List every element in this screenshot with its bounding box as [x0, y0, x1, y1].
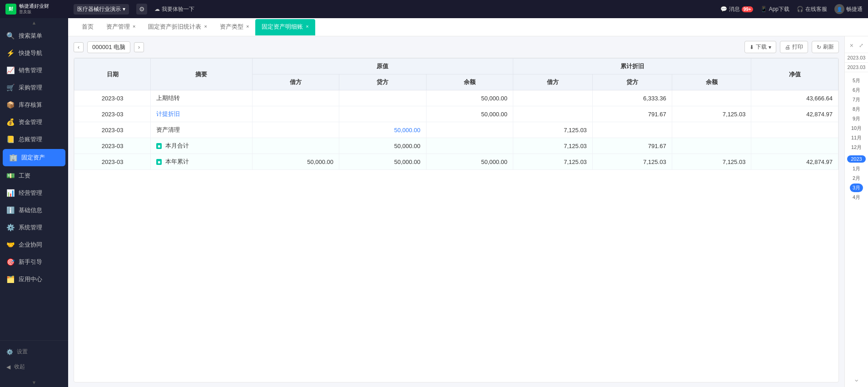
timeline-month-9[interactable]: 9月	[845, 114, 868, 124]
user-menu[interactable]: 👤 畅捷通	[834, 4, 863, 14]
refresh-button[interactable]: ↻ 刷新	[812, 41, 839, 53]
row3-ad-credit	[592, 122, 672, 138]
row2-ov-balance: 50,000.00	[426, 106, 513, 122]
headset-icon: 🎧	[797, 6, 804, 12]
sidebar-item-sales[interactable]: 📈 销售管理	[0, 62, 68, 79]
row5-date: 2023-03	[74, 154, 151, 170]
purchase-icon: 🛒	[6, 84, 15, 92]
sidebar-item-funds[interactable]: 💰 资金管理	[0, 114, 68, 131]
sidebar-scroll-down[interactable]: ▼	[0, 378, 68, 387]
timeline-expand-button[interactable]: ⤢	[857, 40, 865, 50]
header-right: 💬 消息 99+ 📱 App下载 🎧 在线客服 👤 畅捷通	[720, 4, 863, 14]
company-settings-icon[interactable]: ⚙	[136, 4, 147, 15]
main-content: ‹ 000001 电脑 › ⬇ 下载 ▾	[68, 36, 868, 387]
tab-bar: 首页 资产管理 × 固定资产折旧统计表 × 资产类型 × 固定资产明细账 ×	[68, 18, 868, 36]
experience-button[interactable]: ☁ 我要体验一下	[154, 5, 194, 13]
sidebar-item-guide[interactable]: 🎯 新手引导	[0, 253, 68, 271]
tab-close-asset-mgmt[interactable]: ×	[133, 24, 135, 29]
sidebar-item-ledger[interactable]: 📒 总账管理	[0, 131, 68, 148]
row4-ad-debit: 7,125.03	[513, 138, 593, 154]
row1-summary: 上期结转	[151, 90, 252, 106]
timeline-month-7[interactable]: 7月	[845, 95, 868, 104]
timeline-month-12[interactable]: 12月	[845, 143, 868, 152]
sidebar-item-basic-info[interactable]: ℹ️ 基础信息	[0, 202, 68, 219]
sidebar-item-inventory[interactable]: 📦 库存核算	[0, 96, 68, 114]
row2-net-value: 42,874.97	[751, 106, 838, 122]
tab-depreciation-stats[interactable]: 固定资产折旧统计表 ×	[142, 19, 213, 35]
enterprise-icon: 🤝	[6, 241, 15, 249]
tab-close-asset-detail[interactable]: ×	[306, 24, 308, 29]
row4-ov-balance	[426, 138, 513, 154]
timeline-month-1[interactable]: 1月	[845, 164, 868, 174]
row1-ov-credit	[339, 90, 427, 106]
sidebar-scroll-up[interactable]: ▲	[0, 18, 68, 27]
sidebar-item-search[interactable]: 🔍 搜索菜单	[0, 27, 68, 45]
print-icon: 🖨	[785, 44, 790, 50]
timeline-scroll-down[interactable]: ⌄	[852, 373, 861, 385]
sidebar-bottom: ⚙️ 设置 ◀ 收起	[0, 340, 68, 378]
download-dropdown-icon: ▾	[769, 44, 771, 50]
ledger-icon: 📒	[6, 135, 15, 144]
settings-icon: ⚙️	[6, 349, 13, 355]
timeline-month-11[interactable]: 11月	[845, 133, 868, 143]
refresh-icon: ↻	[817, 44, 821, 50]
download-button[interactable]: ⬇ 下载 ▾	[744, 41, 776, 53]
print-button[interactable]: 🖨 打印	[780, 41, 808, 53]
message-button[interactable]: 💬 消息 99+	[720, 5, 753, 13]
row5-summary: ■ 本年累计	[151, 154, 252, 170]
app-download-button[interactable]: 📱 App下载	[760, 5, 789, 13]
table-row: 2023-03 ■ 本月合计 50,000.00 7,125.03 791.67	[74, 138, 838, 154]
timeline-close-button[interactable]: ×	[848, 40, 855, 51]
timeline-month-6[interactable]: 6月	[845, 85, 868, 95]
sidebar-item-system[interactable]: ⚙️ 系统管理	[0, 219, 68, 236]
sidebar-collapse[interactable]: ◀ 收起	[0, 359, 68, 374]
tab-home[interactable]: 首页	[75, 19, 100, 35]
sidebar-item-quick-nav[interactable]: ⚡ 快捷导航	[0, 45, 68, 62]
row4-ad-credit: 791.67	[592, 138, 672, 154]
tab-asset-mgmt[interactable]: 资产管理 ×	[100, 19, 142, 35]
timeline-month-8[interactable]: 8月	[845, 104, 868, 114]
sidebar-item-app-center[interactable]: 🗂️ 应用中心	[0, 271, 68, 288]
next-asset-button[interactable]: ›	[134, 42, 144, 52]
row2-summary[interactable]: 计提折旧	[151, 106, 252, 122]
tab-asset-detail[interactable]: 固定资产明细账 ×	[255, 19, 315, 35]
sidebar-item-enterprise[interactable]: 🤝 企业协同	[0, 236, 68, 253]
timeline-month-2[interactable]: 2月	[845, 174, 868, 183]
row1-date: 2023-03	[74, 90, 151, 106]
sidebar-item-fixed-assets[interactable]: 🏢 固定资产	[3, 149, 65, 166]
tab-close-depreciation[interactable]: ×	[204, 24, 207, 29]
timeline-month-3-active[interactable]: 3月	[850, 184, 863, 192]
timeline-month-4[interactable]: 4月	[845, 193, 868, 202]
timeline-month-10[interactable]: 10月	[845, 124, 868, 133]
col-ad-balance: 余额	[672, 74, 751, 90]
collapse-icon: ◀	[6, 364, 10, 370]
row1-ov-debit	[252, 90, 339, 106]
prev-asset-button[interactable]: ‹	[74, 42, 84, 52]
cloud-icon: ☁	[154, 6, 160, 12]
sidebar-settings[interactable]: ⚙️ 设置	[0, 344, 68, 359]
sidebar-item-purchase[interactable]: 🛒 采购管理	[0, 79, 68, 96]
tab-asset-type[interactable]: 资产类型 ×	[213, 19, 255, 35]
timeline-header-buttons: × ⤢	[845, 38, 868, 53]
app-version: 普及版	[19, 9, 49, 15]
chevron-right-icon: ›	[138, 44, 140, 50]
row2-ad-debit	[513, 106, 593, 122]
tab-close-asset-type[interactable]: ×	[246, 24, 249, 29]
company-selector[interactable]: 医疗器械行业演示 ▾	[74, 4, 129, 15]
online-service-button[interactable]: 🎧 在线客服	[797, 5, 827, 13]
row4-summary: ■ 本月合计	[151, 138, 252, 154]
table-row: 2023-03 上期结转 50,000.00 6,333.36 43,666.6…	[74, 90, 838, 106]
row4-ov-debit	[252, 138, 339, 154]
timeline-year-badge-2023: 2023	[845, 154, 868, 164]
row3-net-value	[751, 122, 838, 138]
row3-date: 2023-03	[74, 122, 151, 138]
row2-ov-credit	[339, 106, 427, 122]
sidebar-item-salary[interactable]: 💵 工资	[0, 167, 68, 184]
row1-ad-balance	[672, 90, 751, 106]
sidebar-item-operations[interactable]: 📊 经营管理	[0, 184, 68, 202]
app-name: 畅捷通好业财	[19, 3, 49, 9]
row3-ov-credit: 50,000.00	[339, 122, 427, 138]
row3-ad-debit: 7,125.03	[513, 122, 593, 138]
timeline-month-5[interactable]: 5月	[845, 76, 868, 85]
table-row: 2023-03 资产清理 50,000.00 7,125.03	[74, 122, 838, 138]
